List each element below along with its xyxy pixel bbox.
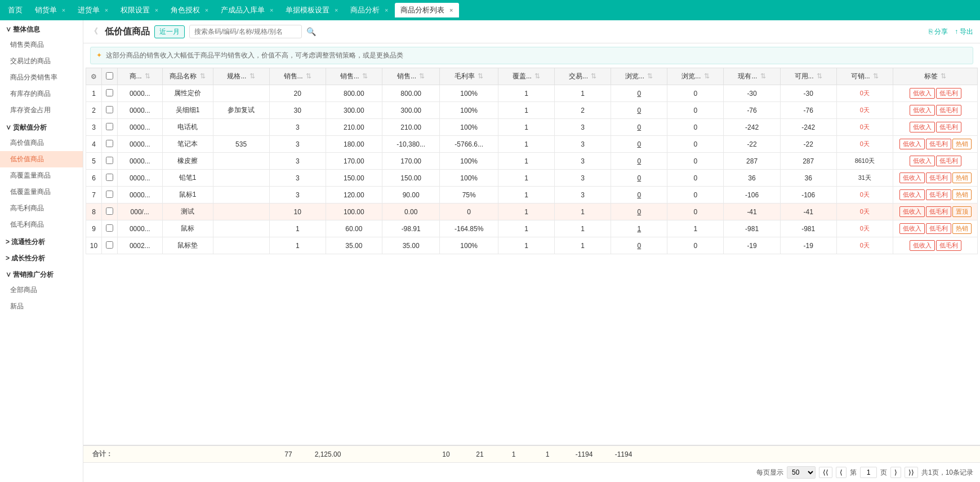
close-role-auth-icon[interactable]: × [205,7,208,14]
row-browse1[interactable]: 0 [611,187,667,204]
col-sale-cost[interactable]: 销售... ⇅ [382,68,439,85]
row-name[interactable]: 鼠标 [162,220,213,237]
row-checkbox-cell[interactable] [102,136,118,153]
col-code[interactable]: 商... ⇅ [118,68,163,85]
row-browse1[interactable]: 0 [611,204,667,220]
row-browse1[interactable]: 0 [611,153,667,170]
sidebar-group-marketing[interactable]: ∨ 营销推广分析 [0,266,83,282]
prev-page-btn[interactable]: ⟨ [836,467,847,478]
sidebar-group-growth[interactable]: > 成长性分析 [0,249,83,266]
sidebar-item-high-value[interactable]: 高价值商品 [0,135,83,151]
nav-home[interactable]: 首页 [2,3,28,17]
col-coverage[interactable]: 覆盖... ⇅ [498,68,554,85]
next-page-btn[interactable]: ⟩ [890,467,901,478]
sidebar-item-inventory-capital[interactable]: 库存资金占用 [0,102,83,118]
sidebar-item-low-profit[interactable]: 低毛利商品 [0,216,83,233]
row-checkbox[interactable] [106,224,113,232]
col-browse1[interactable]: 浏览... ⇅ [611,68,667,85]
row-checkbox[interactable] [106,241,113,249]
col-sale-income[interactable]: 销售... ⇅ [326,68,382,85]
col-usable[interactable]: 可用... ⇅ [780,68,836,85]
page-size-select[interactable]: 50 20 100 [787,466,816,479]
last-page-btn[interactable]: ⟩⟩ [905,467,918,478]
close-template-icon[interactable]: × [335,7,338,14]
search-icon[interactable]: 🔍 [306,27,316,36]
sidebar-item-traded-goods[interactable]: 交易过的商品 [0,53,83,69]
row-browse1[interactable]: 0 [611,119,667,136]
first-page-btn[interactable]: ⟨⟨ [819,467,832,478]
col-profit-rate[interactable]: 毛利率 ⇅ [440,68,498,85]
row-checkbox[interactable] [106,89,113,96]
sidebar-group-overall[interactable]: ∨ 整体信息 [0,20,83,37]
row-name[interactable]: 电话机 [162,119,213,136]
row-checkbox[interactable] [106,123,113,130]
row-name[interactable]: 铅笔1 [162,170,213,187]
close-product-analysis-icon[interactable]: × [385,7,388,14]
period-button[interactable]: 近一月 [154,25,185,38]
close-purchase-order-icon[interactable]: × [105,7,108,14]
col-current[interactable]: 现有... ⇅ [724,68,780,85]
col-name[interactable]: 商品名称 ⇅ [162,68,213,85]
search-input[interactable] [189,25,302,38]
col-settings[interactable]: ⚙ [86,68,102,85]
close-sales-order-icon[interactable]: × [62,7,65,14]
row-name[interactable]: 吴细细1 [162,102,213,119]
row-checkbox[interactable] [106,106,113,113]
close-product-stock-icon[interactable]: × [270,7,273,14]
sidebar-item-low-coverage[interactable]: 低覆盖量商品 [0,184,83,200]
row-name[interactable]: 属性定价 [162,85,213,102]
share-button[interactable]: ⎘ 分享 [929,27,948,37]
row-checkbox-cell[interactable] [102,204,118,220]
sidebar-item-category-sales-rate[interactable]: 商品分类销售率 [0,69,83,86]
nav-purchase-order[interactable]: 进货单 × [72,3,114,17]
close-permission-icon[interactable]: × [155,7,158,14]
row-name[interactable]: 橡皮擦 [162,153,213,170]
row-checkbox[interactable] [106,140,113,147]
row-browse1[interactable]: 0 [611,170,667,187]
sidebar-item-stocked-goods[interactable]: 有库存的商品 [0,86,83,102]
row-checkbox-cell[interactable] [102,187,118,204]
row-name[interactable]: 笔记本 [162,136,213,153]
row-browse1[interactable]: 0 [611,85,667,102]
select-all-checkbox[interactable] [106,72,113,79]
row-checkbox[interactable] [106,157,113,164]
nav-product-analysis-list[interactable]: 商品分析列表 × [395,3,458,17]
row-checkbox-cell[interactable] [102,220,118,237]
col-tags[interactable]: 标签 ⇅ [893,68,978,85]
settings-icon[interactable]: ⚙ [91,73,97,81]
sidebar-item-all-goods[interactable]: 全部商品 [0,282,83,298]
nav-template[interactable]: 单据模板设置 × [280,3,344,17]
col-sale-qty[interactable]: 销售... ⇅ [269,68,326,85]
row-browse1[interactable]: 1 [611,220,667,237]
sidebar-group-circulation[interactable]: > 流通性分析 [0,233,83,249]
nav-product-analysis[interactable]: 商品分析 × [345,3,394,17]
row-browse1[interactable]: 0 [611,136,667,153]
row-checkbox-cell[interactable] [102,153,118,170]
row-name[interactable]: 测试 [162,204,213,220]
sidebar-item-high-coverage[interactable]: 高覆盖量商品 [0,167,83,184]
sidebar-item-low-value[interactable]: 低价值商品 [0,151,83,167]
row-checkbox[interactable] [106,207,113,215]
row-checkbox-cell[interactable] [102,237,118,254]
row-name[interactable]: 鼠标垫 [162,237,213,254]
sidebar-group-contribution[interactable]: ∨ 贡献值分析 [0,118,83,135]
row-checkbox[interactable] [106,174,113,181]
row-checkbox[interactable] [106,191,113,198]
export-button[interactable]: ↑ 导出 [955,27,973,37]
sidebar-item-high-profit[interactable]: 高毛利商品 [0,200,83,216]
col-browse2[interactable]: 浏览... ⇅ [667,68,724,85]
col-trade[interactable]: 交易... ⇅ [555,68,611,85]
page-number-input[interactable] [860,467,877,478]
row-checkbox-cell[interactable] [102,102,118,119]
sidebar-item-sales-goods[interactable]: 销售类商品 [0,37,83,53]
sidebar-item-new-goods[interactable]: 新品 [0,298,83,315]
col-spec[interactable]: 规格... ⇅ [213,68,269,85]
row-browse1[interactable]: 0 [611,102,667,119]
col-saleable[interactable]: 可销... ⇅ [836,68,893,85]
row-checkbox-cell[interactable] [102,119,118,136]
row-checkbox-cell[interactable] [102,85,118,102]
sidebar-collapse-btn[interactable]: 《 [90,26,98,37]
close-product-analysis-list-icon[interactable]: × [449,7,453,14]
row-checkbox-cell[interactable] [102,170,118,187]
nav-product-stock[interactable]: 产成品入库单 × [215,3,279,17]
